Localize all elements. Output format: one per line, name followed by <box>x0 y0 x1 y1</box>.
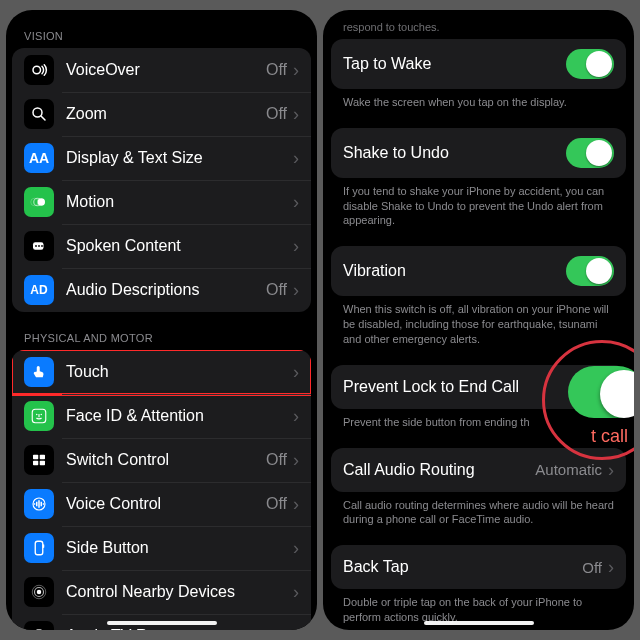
toggle-switch[interactable] <box>566 256 614 286</box>
settings-row-sidebutton[interactable]: Side Button› <box>12 526 311 570</box>
row-label: Voice Control <box>66 495 266 513</box>
settings-row-switchctrl[interactable]: Switch ControlOff› <box>12 438 311 482</box>
row-label: Call Audio Routing <box>343 461 535 479</box>
chevron-right-icon: › <box>293 237 299 255</box>
spoken-icon <box>24 231 54 261</box>
chevron-right-icon: › <box>293 451 299 469</box>
physical-group: Touch›Face ID & Attention›Switch Control… <box>12 350 311 630</box>
settings-row-voicectrl[interactable]: Voice ControlOff› <box>12 482 311 526</box>
svg-rect-16 <box>33 461 38 466</box>
settings-row-motion[interactable]: Motion› <box>12 180 311 224</box>
voicectrl-icon <box>24 489 54 519</box>
row-label: Side Button <box>66 539 293 557</box>
row-label: Apple TV Remote <box>66 627 293 630</box>
chevron-right-icon: › <box>608 461 614 479</box>
svg-point-26 <box>37 590 42 595</box>
svg-point-8 <box>38 245 40 247</box>
chevron-right-icon: › <box>293 495 299 513</box>
sidebutton-icon <box>24 533 54 563</box>
svg-rect-19 <box>34 503 36 505</box>
settings-row-zoom[interactable]: ZoomOff› <box>12 92 311 136</box>
left-scroll[interactable]: VISION VoiceOverOff›ZoomOff›AADisplay & … <box>6 10 317 630</box>
row-label: Prevent Lock to End Call <box>343 378 566 396</box>
row-description: Call audio routing determines where audi… <box>329 492 628 538</box>
setting-row-1[interactable]: Shake to Undo <box>331 128 626 178</box>
right-scroll[interactable]: respond to touches. Tap to WakeWake the … <box>323 10 634 630</box>
settings-row-voiceover[interactable]: VoiceOverOff› <box>12 48 311 92</box>
annotation-text-fragment: t call <box>591 426 628 447</box>
settings-row-aa[interactable]: AADisplay & Text Size› <box>12 136 311 180</box>
svg-point-7 <box>35 245 37 247</box>
row-value: Off <box>266 281 287 299</box>
nearby-icon <box>24 577 54 607</box>
row-label: Zoom <box>66 105 266 123</box>
section-header-vision: VISION <box>12 10 311 48</box>
toggle-switch[interactable] <box>566 49 614 79</box>
chevron-right-icon: › <box>293 583 299 601</box>
home-indicator[interactable] <box>107 621 217 625</box>
row-description: Wake the screen when you tap on the disp… <box>329 89 628 120</box>
row-label: Motion <box>66 193 293 211</box>
row-label: Face ID & Attention <box>66 407 293 425</box>
audiodesc-icon: AD <box>24 275 54 305</box>
settings-row-faceid[interactable]: Face ID & Attention› <box>12 394 311 438</box>
svg-rect-29 <box>36 629 42 630</box>
row-value: Off <box>266 495 287 513</box>
toggle-switch[interactable] <box>566 138 614 168</box>
highlighted-toggle-enlarged[interactable] <box>568 366 634 418</box>
home-indicator[interactable] <box>424 621 534 625</box>
svg-point-9 <box>41 245 43 247</box>
section-header-physical: PHYSICAL AND MOTOR <box>12 312 311 350</box>
row-label: Audio Descriptions <box>66 281 266 299</box>
appletv-icon <box>24 621 54 630</box>
zoom-icon <box>24 99 54 129</box>
row-value: Off <box>266 61 287 79</box>
row-label: Switch Control <box>66 451 266 469</box>
settings-row-spoken[interactable]: Spoken Content› <box>12 224 311 268</box>
svg-rect-14 <box>33 455 38 460</box>
row-label: Spoken Content <box>66 237 293 255</box>
svg-rect-22 <box>41 502 43 507</box>
row-value: Off <box>266 105 287 123</box>
left-screen: VISION VoiceOverOff›ZoomOff›AADisplay & … <box>6 10 317 630</box>
chevron-right-icon: › <box>293 281 299 299</box>
setting-row-4[interactable]: Call Audio RoutingAutomatic› <box>331 448 626 492</box>
chevron-right-icon: › <box>293 363 299 381</box>
touch-icon <box>24 357 54 387</box>
chevron-right-icon: › <box>293 149 299 167</box>
chevron-right-icon: › <box>293 407 299 425</box>
row-label: Back Tap <box>343 558 582 576</box>
chevron-right-icon: › <box>293 61 299 79</box>
settings-row-touch[interactable]: Touch› <box>12 350 311 394</box>
aa-icon: AA <box>24 143 54 173</box>
row-description: If you tend to shake your iPhone by acci… <box>329 178 628 239</box>
svg-rect-21 <box>38 500 40 508</box>
svg-rect-23 <box>43 503 45 505</box>
row-label: Tap to Wake <box>343 55 566 73</box>
row-label: Display & Text Size <box>66 149 293 167</box>
row-label: Shake to Undo <box>343 144 566 162</box>
chevron-right-icon: › <box>293 193 299 211</box>
svg-point-12 <box>41 414 43 416</box>
setting-row-2[interactable]: Vibration <box>331 246 626 296</box>
vision-group: VoiceOverOff›ZoomOff›AADisplay & Text Si… <box>12 48 311 312</box>
settings-row-audiodesc[interactable]: ADAudio DescriptionsOff› <box>12 268 311 312</box>
settings-row-nearby[interactable]: Control Nearby Devices› <box>12 570 311 614</box>
svg-point-0 <box>33 66 41 74</box>
row-value: Off <box>266 451 287 469</box>
switchctrl-icon <box>24 445 54 475</box>
right-screen: respond to touches. Tap to WakeWake the … <box>323 10 634 630</box>
row-label: Vibration <box>343 262 566 280</box>
setting-row-0[interactable]: Tap to Wake <box>331 39 626 89</box>
chevron-right-icon: › <box>293 105 299 123</box>
svg-line-2 <box>41 116 45 120</box>
svg-rect-15 <box>40 455 45 460</box>
row-label: Control Nearby Devices <box>66 583 293 601</box>
right-sections: Tap to WakeWake the screen when you tap … <box>329 39 628 630</box>
setting-row-5[interactable]: Back TapOff› <box>331 545 626 589</box>
row-description: When this switch is off, all vibration o… <box>329 296 628 357</box>
svg-rect-20 <box>36 502 38 507</box>
chevron-right-icon: › <box>293 627 299 630</box>
svg-rect-24 <box>35 541 43 555</box>
chevron-right-icon: › <box>293 539 299 557</box>
